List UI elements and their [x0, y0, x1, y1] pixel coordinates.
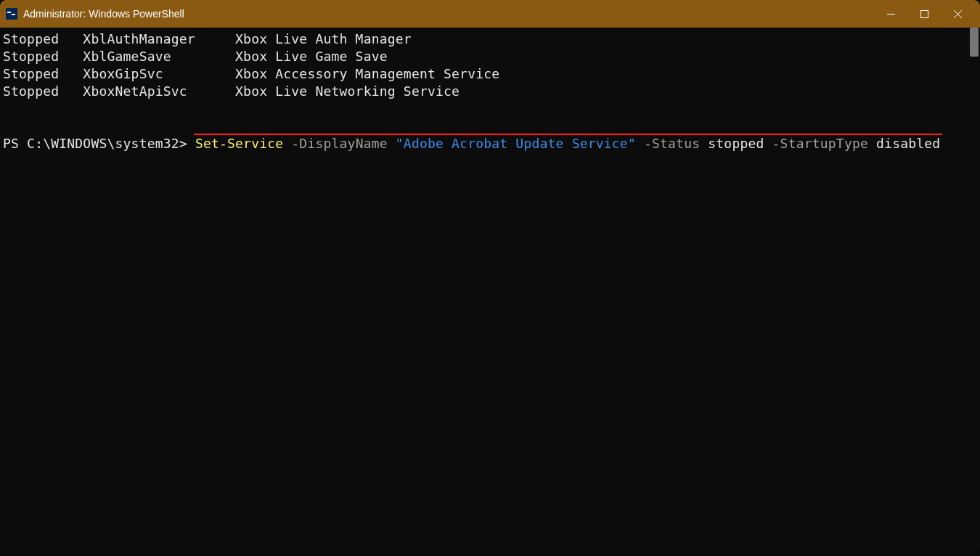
scrollbar-thumb[interactable]	[970, 28, 979, 57]
powershell-window: Administrator: Windows PowerShell Stoppe…	[0, 0, 980, 556]
window-controls	[874, 0, 974, 28]
param-displayname: -DisplayName	[283, 136, 387, 151]
window-title: Administrator: Windows PowerShell	[23, 8, 874, 20]
cmdlet-name: Set-Service	[195, 136, 283, 151]
command-line: PS C:\WINDOWS\system32> Set-Service -Dis…	[3, 118, 977, 187]
close-button[interactable]	[941, 0, 974, 28]
minimize-button[interactable]	[874, 0, 907, 28]
svg-rect-1	[920, 10, 928, 17]
title-bar[interactable]: Administrator: Windows PowerShell	[0, 0, 980, 28]
param-startuptype: -StartupType	[764, 136, 868, 151]
string-value: "Adobe Acrobat Update Service"	[388, 136, 636, 151]
prompt-path: PS C:\WINDOWS\system32>	[3, 136, 195, 151]
service-output: Stopped XblAuthManager Xbox Live Auth Ma…	[3, 30, 977, 100]
maximize-button[interactable]	[907, 0, 941, 28]
param-status: -Status	[636, 136, 700, 151]
terminal-body[interactable]: Stopped XblAuthManager Xbox Live Auth Ma…	[0, 28, 980, 556]
value-disabled: disabled	[868, 136, 940, 151]
value-stopped: stopped	[700, 136, 764, 151]
red-underline-annotation	[194, 134, 942, 135]
powershell-icon	[6, 8, 17, 20]
